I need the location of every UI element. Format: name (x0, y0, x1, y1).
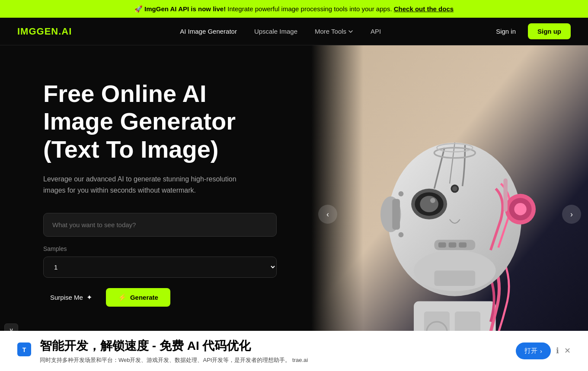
announcement-rocket: 🚀 (134, 5, 143, 13)
ad-logo-icon: T (17, 342, 31, 359)
svg-text:T: T (22, 346, 26, 353)
header-actions: Sign in Sign up (489, 23, 571, 39)
signin-button[interactable]: Sign in (489, 24, 523, 38)
nav-upscale-image[interactable]: Upscale Image (247, 24, 304, 38)
svg-point-25 (398, 191, 403, 197)
announcement-cta-link[interactable]: Check out the docs (394, 5, 454, 13)
main-content: Free Online AI Image Generator (Text To … (0, 45, 588, 371)
svg-point-21 (514, 203, 526, 215)
signup-button[interactable]: Sign up (528, 23, 571, 39)
svg-rect-17 (449, 242, 457, 247)
generate-button[interactable]: ⚡ Generate (106, 288, 170, 307)
logo-text: IMGGEN (17, 26, 58, 37)
nav-more-tools[interactable]: More Tools (308, 24, 360, 38)
main-nav: AI Image Generator Upscale Image More To… (173, 24, 388, 38)
header: IMGGEN.AI AI Image Generator Upscale Ima… (0, 18, 588, 45)
carousel-next-button[interactable]: › (562, 205, 581, 224)
generate-label: Generate (130, 294, 158, 301)
ad-cta-button[interactable]: 打开 › (516, 342, 551, 359)
prompt-input-wrapper (43, 213, 277, 237)
carousel-container: ‹ › (311, 45, 588, 371)
hero-subtitle: Leverage our advanced AI to generate stu… (43, 174, 251, 196)
image-gradient-overlay (311, 45, 363, 371)
svg-rect-22 (503, 178, 507, 212)
sparkle-icon: ✦ (86, 293, 92, 301)
ad-cta-label: 打开 (524, 347, 537, 355)
ad-brand-logo: T (17, 342, 31, 356)
samples-select[interactable]: 1 2 3 4 (43, 257, 277, 278)
announcement-subtext: Integrate powerful image processing tool… (227, 5, 393, 13)
announcement-bar: 🚀 ImgGen AI API is now live! Integrate p… (0, 0, 588, 18)
nav-ai-image-generator[interactable]: AI Image Generator (173, 24, 244, 38)
ad-banner: T 智能开发，解锁速度 - 免费 AI 代码优化 同时支持多种开发场景和平台：W… (0, 331, 588, 371)
right-panel: ‹ › (311, 45, 588, 371)
samples-section: Samples 1 2 3 4 (43, 245, 277, 278)
left-panel: Free Online AI Image Generator (Text To … (0, 45, 311, 371)
logo[interactable]: IMGGEN.AI (17, 26, 72, 37)
ad-subtitle: 同时支持多种开发场景和平台：Web开发、游戏开发、数据处理、API开发等，是开发… (40, 356, 507, 365)
surprise-label: Surpise Me (50, 294, 83, 301)
svg-rect-16 (438, 242, 446, 247)
chevron-down-icon (348, 29, 353, 34)
ad-cta-arrow: › (540, 347, 542, 355)
nav-api[interactable]: API (364, 24, 388, 38)
svg-point-10 (430, 198, 435, 203)
logo-suffix: AI (61, 26, 72, 37)
samples-label: Samples (43, 245, 277, 252)
carousel-prev-button[interactable]: ‹ (318, 205, 337, 224)
svg-rect-18 (459, 242, 467, 247)
hero-title: Free Online AI Image Generator (Text To … (43, 80, 277, 163)
ad-close-button[interactable]: ✕ (564, 346, 571, 355)
svg-point-9 (420, 196, 438, 212)
announcement-main-text: ImgGen AI API is now live! (144, 5, 226, 13)
svg-point-24 (452, 186, 457, 191)
svg-rect-12 (392, 199, 400, 230)
svg-point-26 (398, 232, 403, 238)
ad-content: 智能开发，解锁速度 - 免费 AI 代码优化 同时支持多种开发场景和平台：Web… (40, 338, 507, 365)
ad-title: 智能开发，解锁速度 - 免费 AI 代码优化 (40, 338, 507, 354)
generate-icon: ⚡ (118, 293, 127, 301)
svg-rect-28 (434, 270, 475, 286)
ad-actions: 打开 › ℹ ✕ (516, 342, 571, 359)
surprise-button[interactable]: Surpise Me ✦ (43, 289, 99, 306)
prompt-input[interactable] (43, 213, 277, 237)
nav-more-tools-label: More Tools (315, 28, 346, 35)
buttons-row: Surpise Me ✦ ⚡ Generate (43, 288, 277, 307)
ad-info-button[interactable]: ℹ (556, 346, 559, 355)
